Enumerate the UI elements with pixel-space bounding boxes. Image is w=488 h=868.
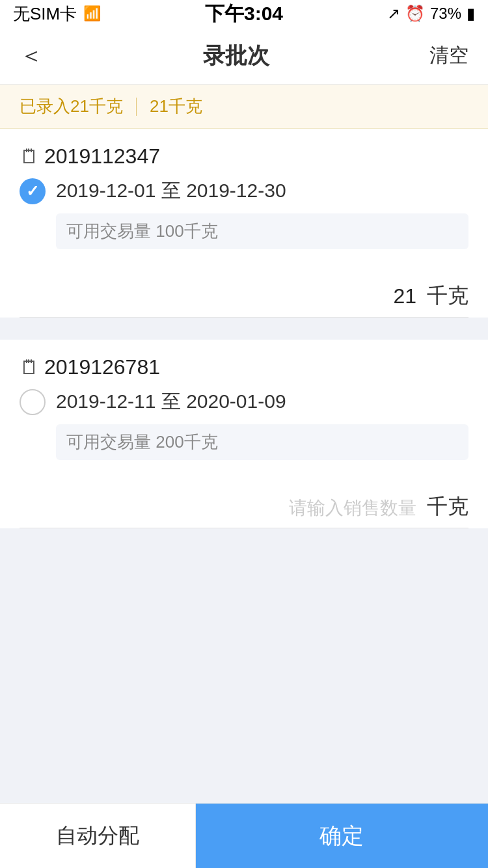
status-time: 下午3:04 <box>205 1 283 27</box>
item-id-1: 2019112347 <box>44 144 160 169</box>
status-right: ↗ ⏰ 73% ▮ <box>387 5 475 23</box>
recorded-label: 已录入21千克 <box>20 95 123 118</box>
wifi-icon: 📶 <box>83 5 101 22</box>
sim-status: 无SIM卡 <box>13 3 77 25</box>
battery-icon: ▮ <box>467 5 475 23</box>
item-date-2: 2019-12-11 至 2020-01-09 <box>56 388 286 415</box>
qty-input-2[interactable] <box>156 495 416 519</box>
nav-bar: ＜ 录批次 清空 <box>0 27 488 85</box>
unit-label-2: 千克 <box>427 493 468 521</box>
item-header-2: 🗒 2019126781 <box>20 355 468 379</box>
back-button[interactable]: ＜ <box>20 40 43 72</box>
confirm-button[interactable]: 确定 <box>196 804 488 868</box>
total-label: 21千克 <box>150 95 202 118</box>
item-card-2: 🗒 2019126781 2019-12-11 至 2020-01-09 可用交… <box>0 340 488 528</box>
page-title: 录批次 <box>203 41 269 71</box>
clear-button[interactable]: 清空 <box>429 42 468 69</box>
item-row-1[interactable]: 2019-12-01 至 2019-12-30 <box>20 178 468 204</box>
status-bar: 无SIM卡 📶 下午3:04 ↗ ⏰ 73% ▮ <box>0 0 488 27</box>
item-date-1: 2019-12-01 至 2019-12-30 <box>56 178 286 204</box>
auto-distribute-button[interactable]: 自动分配 <box>0 804 196 868</box>
available-tag-2: 可用交易量 200千克 <box>56 424 468 460</box>
item-id-2: 2019126781 <box>44 355 160 379</box>
qty-input-1[interactable] <box>156 284 416 308</box>
unit-label-1: 千克 <box>427 282 468 310</box>
alarm-icon: ⏰ <box>405 5 425 23</box>
item-row-2[interactable]: 2019-12-11 至 2020-01-09 <box>20 388 468 415</box>
bottom-spacer <box>0 537 488 720</box>
item-card-1: 🗒 2019112347 2019-12-01 至 2019-12-30 可用交… <box>0 129 488 318</box>
section-gap <box>0 327 488 340</box>
doc-icon-1: 🗒 <box>20 146 39 168</box>
item-card-content-2: 🗒 2019126781 2019-12-11 至 2020-01-09 可用交… <box>0 340 488 482</box>
input-underline-2 <box>20 528 468 528</box>
info-banner: 已录入21千克 21千克 <box>0 85 488 129</box>
radio-unchecked-2[interactable] <box>20 389 46 415</box>
input-underline-1 <box>20 317 468 318</box>
available-tag-1: 可用交易量 100千克 <box>56 213 468 249</box>
bottom-bar: 自动分配 确定 <box>0 803 488 868</box>
input-row-1: 千克 <box>0 271 488 317</box>
doc-icon-2: 🗒 <box>20 357 39 379</box>
radio-checked-1[interactable] <box>20 178 46 204</box>
status-left: 无SIM卡 📶 <box>13 3 101 25</box>
banner-divider <box>136 98 137 116</box>
item-header-1: 🗒 2019112347 <box>20 144 468 169</box>
input-row-2: 千克 <box>0 482 488 528</box>
battery-level: 73% <box>430 5 461 23</box>
item-card-content-1: 🗒 2019112347 2019-12-01 至 2019-12-30 可用交… <box>0 129 488 271</box>
location-icon: ↗ <box>387 5 400 23</box>
